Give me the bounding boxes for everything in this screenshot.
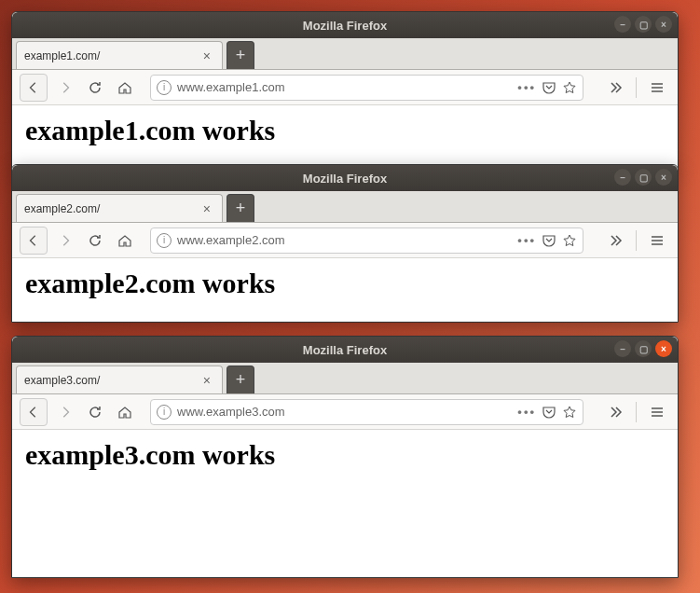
tab-strip: example1.com/ × +: [12, 38, 678, 70]
maximize-button[interactable]: ▢: [635, 340, 652, 357]
browser-window: Mozilla Firefox – ▢ × example2.com/ × + …: [11, 164, 679, 323]
minimize-button[interactable]: –: [614, 16, 631, 33]
arrow-right-icon: [59, 234, 72, 247]
site-info-icon[interactable]: i: [157, 405, 172, 420]
site-info-icon[interactable]: i: [157, 80, 172, 95]
chevron-double-right-icon: [608, 80, 623, 95]
overflow-menu-button[interactable]: [602, 75, 628, 101]
chevron-double-right-icon: [608, 233, 623, 248]
forward-button[interactable]: [53, 76, 77, 100]
url-text[interactable]: www.example2.com: [177, 233, 512, 247]
new-tab-button[interactable]: +: [226, 365, 254, 393]
reload-icon: [88, 80, 103, 95]
new-tab-button[interactable]: +: [226, 194, 254, 222]
window-title: Mozilla Firefox: [303, 172, 387, 186]
home-icon: [117, 233, 132, 248]
address-bar[interactable]: i www.example3.com •••: [150, 399, 583, 425]
close-tab-icon[interactable]: ×: [199, 373, 214, 388]
navigation-toolbar: i www.example2.com •••: [12, 223, 678, 258]
hamburger-menu-button[interactable]: [644, 399, 670, 425]
tab-title: example3.com/: [24, 374, 100, 387]
forward-button[interactable]: [53, 228, 77, 253]
window-title: Mozilla Firefox: [303, 343, 387, 357]
window-controls: – ▢ ×: [614, 16, 672, 33]
bookmark-star-icon[interactable]: [562, 405, 577, 420]
page-content: example2.com works: [12, 258, 678, 309]
maximize-button[interactable]: ▢: [635, 16, 652, 33]
arrow-right-icon: [59, 81, 72, 94]
browser-tab[interactable]: example2.com/ ×: [16, 194, 223, 222]
overflow-menu-button[interactable]: [602, 228, 628, 254]
window-controls: – ▢ ×: [614, 169, 672, 186]
home-icon: [117, 405, 132, 420]
arrow-right-icon: [59, 406, 72, 419]
page-actions-icon[interactable]: •••: [517, 80, 536, 94]
new-tab-button[interactable]: +: [226, 41, 254, 69]
page-heading: example2.com works: [25, 268, 665, 299]
page-content: example3.com works: [12, 430, 678, 480]
close-window-button[interactable]: ×: [655, 169, 672, 186]
navigation-toolbar: i www.example3.com •••: [12, 394, 678, 430]
url-text[interactable]: www.example1.com: [177, 80, 512, 94]
toolbar-divider: [636, 402, 637, 422]
window-title: Mozilla Firefox: [303, 19, 387, 33]
tab-title: example2.com/: [24, 202, 100, 215]
back-button[interactable]: [20, 398, 48, 426]
pocket-icon[interactable]: [542, 80, 556, 95]
window-controls: – ▢ ×: [614, 340, 672, 357]
home-icon: [117, 80, 132, 95]
page-actions-icon[interactable]: •••: [517, 405, 536, 419]
browser-window: Mozilla Firefox – ▢ × example3.com/ × + …: [11, 336, 679, 578]
page-heading: example1.com works: [25, 115, 665, 146]
toolbar-divider: [636, 77, 637, 98]
hamburger-menu-button[interactable]: [644, 228, 670, 254]
back-button[interactable]: [20, 227, 48, 255]
back-button[interactable]: [20, 74, 48, 102]
minimize-button[interactable]: –: [614, 340, 631, 357]
page-heading: example3.com works: [25, 439, 665, 471]
pocket-icon[interactable]: [542, 233, 556, 248]
chevron-double-right-icon: [608, 405, 623, 420]
bookmark-star-icon[interactable]: [562, 233, 577, 248]
hamburger-icon: [650, 80, 665, 95]
hamburger-icon: [650, 405, 665, 420]
tab-title: example1.com/: [24, 49, 100, 62]
close-tab-icon[interactable]: ×: [199, 48, 214, 63]
page-actions-icon[interactable]: •••: [517, 233, 536, 247]
reload-icon: [88, 405, 103, 420]
home-button[interactable]: [113, 76, 137, 100]
reload-button[interactable]: [83, 76, 107, 100]
tab-strip: example3.com/ × +: [12, 363, 678, 394]
bookmark-star-icon[interactable]: [562, 80, 577, 95]
home-button[interactable]: [113, 228, 137, 253]
minimize-button[interactable]: –: [614, 169, 631, 186]
window-titlebar[interactable]: Mozilla Firefox – ▢ ×: [12, 12, 678, 38]
url-text[interactable]: www.example3.com: [177, 405, 512, 419]
close-tab-icon[interactable]: ×: [199, 201, 214, 216]
pocket-icon[interactable]: [542, 405, 556, 420]
address-bar[interactable]: i www.example2.com •••: [150, 228, 583, 254]
site-info-icon[interactable]: i: [157, 233, 172, 248]
browser-tab[interactable]: example1.com/ ×: [16, 41, 223, 69]
hamburger-icon: [650, 233, 665, 248]
window-titlebar[interactable]: Mozilla Firefox – ▢ ×: [12, 337, 678, 363]
address-bar[interactable]: i www.example1.com •••: [150, 75, 583, 101]
browser-window: Mozilla Firefox – ▢ × example1.com/ × + …: [11, 11, 679, 170]
reload-button[interactable]: [83, 228, 107, 253]
hamburger-menu-button[interactable]: [644, 75, 670, 101]
forward-button[interactable]: [53, 400, 77, 424]
tab-strip: example2.com/ × +: [12, 191, 678, 223]
close-window-button[interactable]: ×: [655, 16, 672, 33]
home-button[interactable]: [113, 400, 137, 424]
navigation-toolbar: i www.example1.com •••: [12, 70, 678, 105]
window-titlebar[interactable]: Mozilla Firefox – ▢ ×: [12, 165, 678, 191]
maximize-button[interactable]: ▢: [635, 169, 652, 186]
arrow-left-icon: [27, 234, 40, 247]
overflow-menu-button[interactable]: [602, 399, 628, 425]
page-content: example1.com works: [12, 105, 678, 156]
arrow-left-icon: [27, 406, 40, 419]
browser-tab[interactable]: example3.com/ ×: [16, 365, 223, 393]
close-window-button[interactable]: ×: [655, 340, 672, 357]
toolbar-divider: [636, 230, 637, 251]
reload-button[interactable]: [83, 400, 107, 424]
